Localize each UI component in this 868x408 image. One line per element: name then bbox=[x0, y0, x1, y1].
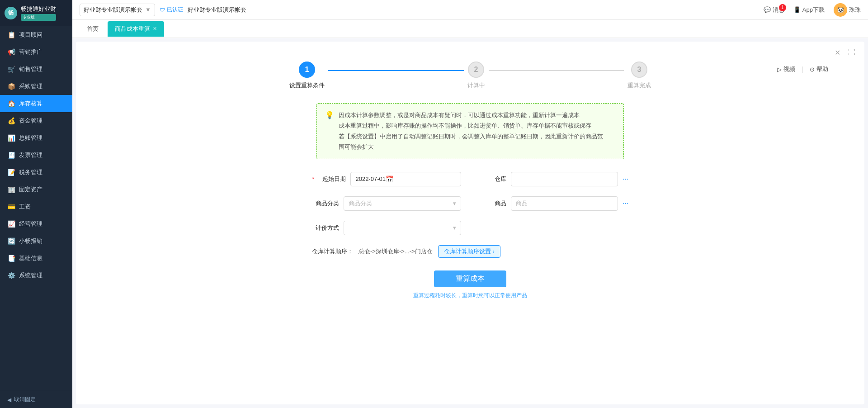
step-3-label: 重算完成 bbox=[627, 81, 651, 90]
verified-badge: 🛡 已认证 bbox=[160, 6, 183, 14]
invoice-label: 发票管理 bbox=[19, 151, 42, 159]
warehouse-ellipsis-button[interactable]: ··· bbox=[623, 175, 628, 183]
step-1-label: 设置重算条件 bbox=[289, 81, 325, 90]
sidebar-unpin-button[interactable]: ◀ 取消固定 bbox=[0, 391, 72, 408]
operation-label: 经营管理 bbox=[19, 220, 42, 228]
recalc-section: 重算成本 重算过程耗时较长，重算时您可以正常使用产品 bbox=[312, 270, 628, 299]
form-row-2: 商品分类 商品分类 ▾ 商品 商品 ··· bbox=[312, 196, 628, 211]
tax-label: 税务管理 bbox=[19, 168, 42, 176]
avatar: 🐼 bbox=[834, 3, 847, 17]
finance-icon: 💰 bbox=[7, 117, 15, 125]
sidebar-item-fixed-assets[interactable]: 🏢 固定资产 bbox=[0, 181, 72, 198]
unpin-label: 取消固定 bbox=[14, 396, 36, 403]
sidebar-item-finance[interactable]: 💰 资金管理 bbox=[0, 112, 72, 129]
help-action[interactable]: ⊙ 帮助 bbox=[810, 65, 828, 73]
fixed-assets-icon: 🏢 bbox=[7, 185, 15, 194]
warehouse-order-value: 总仓->深圳仓库->...->门店仓 bbox=[359, 247, 433, 256]
message-action[interactable]: 💬 消息 1 bbox=[764, 6, 784, 14]
product-ellipsis-button[interactable]: ··· bbox=[623, 199, 628, 208]
tab-cost-recalc[interactable]: 商品成本重算 ✕ bbox=[108, 21, 164, 37]
accounting-icon: 📊 bbox=[7, 134, 15, 142]
payroll-icon: 💳 bbox=[7, 203, 15, 211]
order-setting-label: 仓库计算顺序设置 bbox=[444, 247, 491, 256]
system-label: 系统管理 bbox=[19, 271, 42, 280]
recalc-hint: 重算过程耗时较长，重算时您可以正常使用产品 bbox=[413, 292, 527, 299]
category-label: 商品分类 bbox=[312, 199, 339, 208]
sidebar-item-marketing[interactable]: 📢 营销推广 bbox=[0, 43, 72, 61]
info-box: 💡 因成本计算参数调整，或是对商品成本有疑问时，可以通过成本重算功能，重新计算一… bbox=[316, 103, 624, 159]
step-line-2 bbox=[489, 70, 624, 71]
tab-close-icon[interactable]: ✕ bbox=[153, 26, 157, 32]
sidebar-item-operation[interactable]: 📈 经营管理 bbox=[0, 215, 72, 232]
sidebar-item-expense[interactable]: 🔄 小畅报销 bbox=[0, 232, 72, 250]
app-download-action[interactable]: 📱 App下载 bbox=[793, 6, 825, 14]
step-2-circle: 2 bbox=[468, 62, 484, 78]
play-icon: ▷ bbox=[777, 66, 782, 73]
warehouse-label: 仓库 bbox=[479, 175, 506, 183]
product-placeholder: 商品 bbox=[516, 199, 528, 208]
phone-icon: 📱 bbox=[793, 6, 801, 13]
content-area: ✕ ⛶ ▷ 视频 | ⊙ 帮助 1 设置重算条件 bbox=[76, 42, 864, 404]
warehouse-order-setting-button[interactable]: 仓库计算顺序设置 › bbox=[438, 245, 500, 258]
start-date-value: 2022-07-01 bbox=[355, 176, 386, 182]
sidebar-item-tax[interactable]: 📝 税务管理 bbox=[0, 164, 72, 181]
step-3-circle: 3 bbox=[631, 62, 647, 78]
start-date-input[interactable]: 2022-07-01 📅 bbox=[350, 172, 461, 186]
tax-icon: 📝 bbox=[7, 168, 15, 176]
category-chevron-icon: ▾ bbox=[453, 200, 456, 207]
category-placeholder: 商品分类 bbox=[349, 199, 372, 208]
video-action[interactable]: ▷ 视频 bbox=[777, 65, 795, 73]
tab-cost-recalc-label: 商品成本重算 bbox=[115, 25, 150, 33]
account-selector-text: 好业财专业版演示帐套 bbox=[84, 6, 142, 14]
invoice-icon: 🧾 bbox=[7, 151, 15, 159]
help-label: 帮助 bbox=[816, 65, 828, 73]
help-icon: ⊙ bbox=[810, 66, 815, 73]
category-field: 商品分类 商品分类 ▾ bbox=[312, 196, 461, 211]
user-avatar-action[interactable]: 🐼 珠珠 bbox=[834, 3, 861, 17]
product-input[interactable]: 商品 bbox=[511, 196, 618, 211]
required-mark: * bbox=[312, 176, 314, 183]
sidebar-item-invoice[interactable]: 🧾 发票管理 bbox=[0, 147, 72, 164]
calendar-icon: 📅 bbox=[386, 176, 393, 183]
step-1: 1 设置重算条件 bbox=[289, 62, 325, 90]
purchase-label: 采购管理 bbox=[19, 82, 42, 90]
system-icon: ⚙️ bbox=[7, 271, 15, 280]
sidebar-item-payroll[interactable]: 💳 工资 bbox=[0, 198, 72, 215]
top-header: 好业财专业版演示帐套 ▼ 🛡 已认证 好业财专业版演示帐套 💬 消息 1 📱 A… bbox=[72, 0, 868, 20]
warehouse-order-row: 仓库计算顺序： 总仓->深圳仓库->...->门店仓 仓库计算顺序设置 › bbox=[312, 245, 628, 258]
logo-icon: 畅 bbox=[5, 7, 17, 19]
message-icon: 💬 bbox=[764, 6, 771, 13]
sidebar-item-inventory[interactable]: 🏠 库存核算 bbox=[0, 95, 72, 112]
step-1-circle: 1 bbox=[299, 62, 315, 78]
sidebar-item-project[interactable]: 📋 项目顾问 bbox=[0, 26, 72, 43]
recalc-button[interactable]: 重算成本 bbox=[434, 270, 506, 287]
warehouse-input[interactable] bbox=[511, 172, 618, 186]
divider: | bbox=[802, 66, 803, 73]
message-badge: 1 bbox=[779, 4, 786, 11]
product-label: 商品 bbox=[479, 199, 506, 208]
tab-home[interactable]: 首页 bbox=[80, 21, 106, 37]
pricing-select[interactable]: ▾ bbox=[344, 221, 461, 235]
step-line-1 bbox=[328, 70, 464, 71]
sidebar-item-system[interactable]: ⚙️ 系统管理 bbox=[0, 267, 72, 284]
main-area: 好业财专业版演示帐套 ▼ 🛡 已认证 好业财专业版演示帐套 💬 消息 1 📱 A… bbox=[72, 0, 868, 408]
sidebar-item-purchase[interactable]: 📦 采购管理 bbox=[0, 78, 72, 95]
sidebar-item-accounting[interactable]: 📊 总账管理 bbox=[0, 129, 72, 147]
step-3: 3 重算完成 bbox=[627, 62, 651, 90]
sidebar: 畅 畅捷通好业财 专业版 📋 项目顾问 📢 营销推广 🛒 销售管理 📦 采购管理… bbox=[0, 0, 72, 408]
account-name: 好业财专业版演示帐套 bbox=[188, 6, 759, 14]
info-icon: 💡 bbox=[325, 111, 334, 152]
form-container: * 起始日期 2022-07-01 📅 仓库 ··· bbox=[312, 172, 628, 299]
user-name: 珠珠 bbox=[849, 6, 861, 14]
sidebar-item-basic[interactable]: 📑 基础信息 bbox=[0, 250, 72, 267]
account-selector[interactable]: 好业财专业版演示帐套 ▼ bbox=[80, 4, 155, 16]
operation-icon: 📈 bbox=[7, 220, 15, 228]
sidebar-item-sales[interactable]: 🛒 销售管理 bbox=[0, 61, 72, 78]
expense-icon: 🔄 bbox=[7, 237, 15, 245]
category-select[interactable]: 商品分类 ▾ bbox=[344, 196, 461, 211]
expand-window-button[interactable]: ⛶ bbox=[846, 47, 857, 58]
project-label: 项目顾问 bbox=[19, 31, 42, 39]
recalc-label: 重算成本 bbox=[456, 275, 485, 282]
form-row-3: 计价方式 ▾ bbox=[312, 221, 628, 235]
step-group: 1 设置重算条件 2 计算中 3 重算完成 bbox=[289, 62, 651, 90]
